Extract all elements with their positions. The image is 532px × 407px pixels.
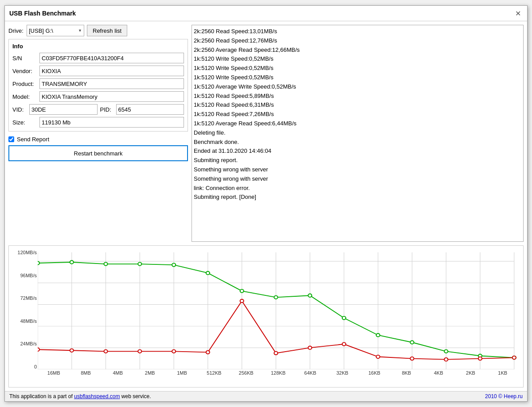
footer-text-before: This application is a part of [9, 393, 74, 399]
send-report-label[interactable]: Send Report [17, 136, 49, 143]
vendor-row: Vendor: [12, 66, 184, 76]
footer-link[interactable]: usbflashspeed.com [74, 393, 120, 399]
svg-point-38 [104, 350, 107, 353]
vid-pid-row: VID: PID: [12, 104, 184, 115]
log-line: 2k:2560 Read Speed:13,01MB/s [194, 27, 521, 36]
main-window: USB Flash Benchmark ✕ Drive: [USB] G:\ R… [4, 5, 528, 402]
svg-point-45 [342, 342, 346, 345]
y-label: 96MB/s [20, 273, 37, 278]
log-line: 1k:5120 Write Speed:0,52MB/s [194, 73, 521, 82]
y-label: 120MB/s [18, 250, 37, 255]
vid-label: VID: [12, 106, 27, 113]
svg-point-46 [376, 355, 380, 358]
svg-point-27 [240, 289, 244, 292]
send-report-checkbox[interactable] [8, 136, 14, 142]
vendor-input[interactable] [39, 66, 184, 76]
sn-row: S/N [12, 53, 184, 63]
x-label: 512KB [198, 370, 230, 376]
x-label: 1MB [166, 370, 198, 376]
footer-left: This application is a part of usbflashsp… [9, 393, 151, 399]
y-label: 0 [34, 364, 37, 369]
log-line: 1k:5120 Read Speed:6,31MB/s [194, 101, 521, 110]
svg-point-21 [38, 261, 39, 264]
log-line: 1k:5120 Read Speed:7,26MB/s [194, 110, 521, 119]
svg-point-26 [206, 271, 210, 275]
log-line: Something wrong with server [194, 165, 521, 174]
svg-point-50 [512, 356, 516, 359]
top-section: Drive: [USB] G:\ Refresh list Info S/N [8, 25, 524, 242]
svg-point-28 [274, 296, 278, 299]
svg-point-31 [376, 333, 380, 337]
window-title: USB Flash Benchmark [9, 10, 76, 17]
product-row: Product: [12, 78, 184, 89]
footer: This application is a part of usbflashsp… [5, 391, 527, 401]
model-row: Model: [12, 91, 184, 102]
drive-select-wrapper[interactable]: [USB] G:\ [27, 25, 84, 36]
y-axis-labels: 120MB/s96MB/s72MB/s48MB/s24MB/s0 [12, 250, 37, 369]
chart-section: 120MB/s96MB/s72MB/s48MB/s24MB/s016MB8MB4… [8, 245, 524, 388]
svg-point-32 [410, 341, 414, 344]
log-line: 1k:5120 Average Read Speed:6,44MB/s [194, 119, 521, 128]
log-line: 2k:2560 Average Read Speed:12,66MB/s [194, 46, 521, 55]
close-button[interactable]: ✕ [513, 8, 523, 18]
info-group: Info S/N Vendor: Product: Model: [8, 39, 188, 132]
log-line: link: Connection error. [194, 184, 521, 193]
vendor-label: Vendor: [12, 68, 37, 74]
log-line: 1k:5120 Average Write Speed:0,52MB/s [194, 82, 521, 92]
x-label: 32KB [326, 370, 358, 376]
svg-point-49 [478, 357, 482, 360]
footer-right-link[interactable]: 2010 © Heep.ru [485, 393, 523, 399]
product-label: Product: [12, 81, 37, 87]
log-line: 1k:5120 Write Speed:0,52MB/s [194, 54, 521, 64]
drive-select[interactable]: [USB] G:\ [27, 25, 84, 36]
log-panel[interactable]: 2k:2560 Read Speed:13,01MB/s2k:2560 Read… [192, 25, 524, 242]
sn-label: S/N [12, 55, 37, 62]
svg-point-36 [38, 348, 39, 351]
svg-point-37 [70, 349, 74, 352]
y-label: 72MB/s [20, 296, 37, 301]
x-label: 2MB [134, 370, 166, 376]
sn-input[interactable] [39, 53, 184, 63]
drive-row: Drive: [USB] G:\ Refresh list [8, 25, 188, 36]
x-label: 64KB [294, 370, 326, 376]
svg-point-47 [410, 357, 414, 360]
x-label: 256KB [230, 370, 262, 376]
refresh-list-button[interactable]: Refresh list [87, 25, 127, 36]
svg-point-22 [70, 260, 74, 264]
product-input[interactable] [39, 78, 184, 89]
svg-point-23 [104, 262, 107, 265]
title-bar: USB Flash Benchmark ✕ [5, 6, 527, 21]
x-label: 8MB [70, 370, 102, 376]
log-line: 1k:5120 Write Speed:0,52MB/s [194, 64, 521, 73]
vid-input[interactable] [29, 104, 98, 115]
log-line: Ended at 31.10.2020 14:46:04 [194, 147, 521, 156]
svg-point-41 [206, 351, 210, 354]
log-line: Submiting report. [194, 156, 521, 165]
footer-right: 2010 © Heep.ru [485, 393, 523, 399]
pid-input[interactable] [116, 104, 184, 115]
svg-point-25 [172, 263, 176, 266]
size-input[interactable] [39, 117, 184, 128]
pid-label: PID: [100, 106, 113, 113]
log-line: 1k:5120 Read Speed:5,89MB/s [194, 92, 521, 101]
left-panel: Drive: [USB] G:\ Refresh list Info S/N [8, 25, 188, 242]
x-label: 16KB [358, 370, 390, 376]
svg-point-33 [444, 350, 448, 353]
info-title: Info [12, 43, 184, 50]
drive-label: Drive: [8, 27, 24, 34]
svg-point-39 [138, 350, 141, 353]
benchmark-chart [38, 250, 519, 369]
restart-benchmark-button[interactable]: Restart benchmark [8, 145, 188, 161]
svg-point-48 [444, 358, 448, 361]
log-line: Deleting file. [194, 128, 521, 138]
log-line: Something wrong with server [194, 174, 521, 184]
x-label: 128KB [262, 370, 294, 376]
main-content: Drive: [USB] G:\ Refresh list Info S/N [5, 21, 527, 391]
x-label: 8KB [391, 370, 422, 376]
send-report-row: Send Report [8, 136, 188, 143]
model-label: Model: [12, 93, 37, 100]
x-label: 16MB [38, 370, 70, 376]
model-input[interactable] [39, 91, 184, 102]
log-line: Benchmark done. [194, 138, 521, 147]
svg-point-42 [240, 299, 244, 302]
